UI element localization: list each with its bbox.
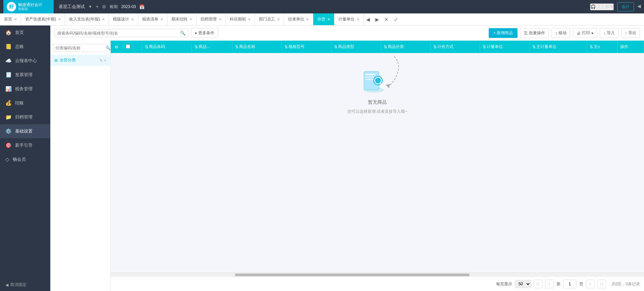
tab-close-all-btn[interactable]: ✕ (382, 13, 391, 26)
tab-label: 计量单位 (338, 16, 355, 22)
tab-close-btn[interactable]: ✕ (14, 17, 17, 21)
tab-expand-btn[interactable]: ⤢ (391, 13, 400, 26)
category-search-icon[interactable]: 🔍 (106, 46, 111, 50)
category-search-input[interactable] (55, 46, 106, 50)
filter-btn[interactable]: ▾ 更多条件 (191, 28, 218, 38)
tab-close-btn[interactable]: ✕ (131, 17, 134, 21)
tab-next-btn[interactable]: ▶ (373, 13, 382, 26)
th-pricing[interactable]: ⇅ 计价方式 (430, 41, 480, 53)
sidebar-item-label: 基础设置 (15, 128, 33, 134)
filter-label: 更多条件 (198, 30, 214, 36)
batch-icon: ☰ (524, 31, 528, 36)
search-input[interactable] (57, 31, 180, 36)
tab-archive[interactable]: 归档管理 ✕ (197, 13, 226, 26)
pagination: 每页显示 50 ⟨⟨ ⟨ 第 页 ⟩ ⟩⟩ 共0页，0条记录 (111, 277, 644, 291)
per-page-select[interactable]: 50 (515, 280, 531, 288)
batch-btn[interactable]: ☰ 批量操作 (520, 28, 549, 38)
tab-subject-initial[interactable]: 科目期初 ✕ (226, 13, 255, 26)
settings-btn[interactable]: ⚙ (102, 4, 106, 9)
tab-close-btn[interactable]: ✕ (248, 17, 251, 21)
app-title: 畅捷通好会计 (18, 2, 42, 7)
horizontal-scrollbar[interactable] (111, 273, 644, 277)
move-label: 移动 (558, 30, 567, 36)
table-scroll-area[interactable]: ⚙ ⇅ 商品条码 ⇅ 商品... ⇅ 商品名称 ⇅ 规格型号 ⇅ 商品类型 ⇅ … (111, 41, 644, 273)
sidebar-item-close-accounts[interactable]: 💰 结账 (0, 96, 50, 110)
tab-close-btn[interactable]: ✕ (102, 17, 105, 21)
tab-balance-sheet[interactable]: 资产负债表(中期) ✕ (21, 13, 65, 26)
search-icon[interactable]: 🔍 (180, 31, 185, 36)
select-all-checkbox[interactable] (126, 44, 130, 49)
product-table: ⚙ ⇅ 商品条码 ⇅ 商品... ⇅ 商品名称 ⇅ 规格型号 ⇅ 商品类型 ⇅ … (111, 41, 644, 53)
import-btn[interactable]: ↓ 导入 (600, 28, 619, 38)
empty-title: 暂无商品 (368, 99, 387, 105)
sidebar-item-basic-settings[interactable]: ⚙️ 基础设置 (0, 124, 50, 138)
tab-close-btn[interactable]: ✕ (160, 17, 163, 21)
th-category[interactable]: ⇅ 商品分类 (381, 41, 430, 53)
category-action-icons: ✎ + (99, 58, 106, 63)
sidebar-cancel-pin[interactable]: ◀ 取消固定 (0, 279, 50, 291)
search-bar[interactable]: 🔍 (54, 29, 189, 37)
page-next-btn[interactable]: ⟩ (586, 280, 595, 288)
sidebar-item-label: 新手引导 (15, 142, 33, 148)
th-settings[interactable]: ⚙ (111, 41, 123, 53)
main-layout: 🏠 首页 📒 总账 ☁️ 云报表中心 🧾 发票管理 📊 税务管理 💰 结账 📁 … (0, 26, 644, 291)
tab-close-btn[interactable]: ✕ (58, 17, 61, 21)
category-add-btn[interactable]: + (104, 58, 106, 63)
th-barcode[interactable]: ⇅ 商品条码 (142, 41, 192, 53)
pagination-total: 共0页，0条记录 (611, 281, 640, 287)
tab-home[interactable]: 首页 ✕ (0, 13, 21, 26)
tab-close-btn[interactable]: ✕ (306, 17, 309, 21)
th-main-unit[interactable]: ⇅ 主计量单位 (530, 41, 587, 53)
tab-close-btn[interactable]: ✕ (219, 17, 221, 21)
calendar-icon[interactable]: 📅 (139, 4, 145, 9)
page-last-btn[interactable]: ⟩⟩ (597, 280, 606, 288)
sidebar-item-label: 总账 (15, 44, 24, 50)
th-name[interactable]: ⇅ 商品名称 (232, 41, 282, 53)
sidebar-item-invoice[interactable]: 🧾 发票管理 (0, 68, 50, 82)
tab-template[interactable]: 模版设计 ✕ (109, 13, 138, 26)
company-name: 基层工会测试 (59, 4, 85, 10)
add-company-btn[interactable]: + (96, 4, 99, 10)
account-btn[interactable]: 会计 (617, 2, 634, 11)
tab-tax[interactable]: 税表清单 ✕ (138, 13, 167, 26)
category-edit-btn[interactable]: ✎ (99, 58, 103, 63)
th-spec[interactable]: ⇅ 规格型号 (282, 41, 331, 53)
invoice-icon: 🧾 (5, 72, 12, 78)
sidebar: 🏠 首页 📒 总账 ☁️ 云报表中心 🧾 发票管理 📊 税务管理 💰 结账 📁 … (0, 26, 50, 291)
print-label: 打印 (582, 30, 590, 36)
tab-prev-btn[interactable]: ◀ (364, 13, 373, 26)
category-search-bar[interactable]: 🔍 (53, 44, 108, 52)
move-btn[interactable]: ↕ 移动 (551, 28, 570, 38)
th-col3[interactable]: ⇅ 商品... (192, 41, 232, 53)
tab-close-btn[interactable]: ✕ (357, 17, 359, 21)
print-btn[interactable]: 🖨 打印 ▾ (573, 28, 597, 38)
service-btn[interactable]: 🎧 人工咨询 (590, 3, 614, 10)
page-input[interactable] (563, 280, 577, 288)
company-dropdown-btn[interactable]: ▼ (88, 4, 92, 9)
tab-close-btn[interactable]: ✕ (190, 17, 192, 21)
tab-period-transfer[interactable]: 期末结转 ✕ (167, 13, 197, 26)
sidebar-item-archive[interactable]: 📁 归档管理 (0, 110, 50, 124)
th-unit[interactable]: ⇅ 计量单位 (480, 41, 530, 53)
th-col11[interactable]: ⇅ 主± (587, 41, 617, 53)
sidebar-item-home[interactable]: 🏠 首页 (0, 26, 50, 40)
tab-income[interactable]: 收入支出表(年报) ✕ (65, 13, 109, 26)
tab-close-btn[interactable]: ✕ (327, 17, 330, 21)
th-checkbox[interactable] (123, 41, 142, 53)
sidebar-item-cloud-reports[interactable]: ☁️ 云报表中心 (0, 54, 50, 68)
tab-unit[interactable]: 计量单位 ✕ (334, 13, 364, 26)
tab-department[interactable]: 部门员工 ✕ (255, 13, 284, 26)
sidebar-item-general-ledger[interactable]: 📒 总账 (0, 40, 50, 54)
category-label: 全部分类 (60, 57, 76, 63)
new-product-btn[interactable]: + 新增商品 (489, 28, 518, 38)
sidebar-item-guide[interactable]: 🎯 新手引导 (0, 138, 50, 152)
sidebar-item-tax[interactable]: 📊 税务管理 (0, 82, 50, 96)
sidebar-item-member[interactable]: ◇ 畅会员 (0, 152, 50, 166)
category-all[interactable]: ⊞ 全部分类 ✎ + (50, 55, 110, 66)
tab-close-btn[interactable]: ✕ (277, 17, 280, 21)
page-prev-btn[interactable]: ⟨ (545, 280, 554, 288)
tab-inventory[interactable]: 存货 ✕ (313, 13, 334, 26)
tab-contact[interactable]: 往来单位 ✕ (284, 13, 313, 26)
page-first-btn[interactable]: ⟨⟨ (534, 280, 542, 288)
th-type[interactable]: ⇅ 商品类型 (331, 41, 381, 53)
